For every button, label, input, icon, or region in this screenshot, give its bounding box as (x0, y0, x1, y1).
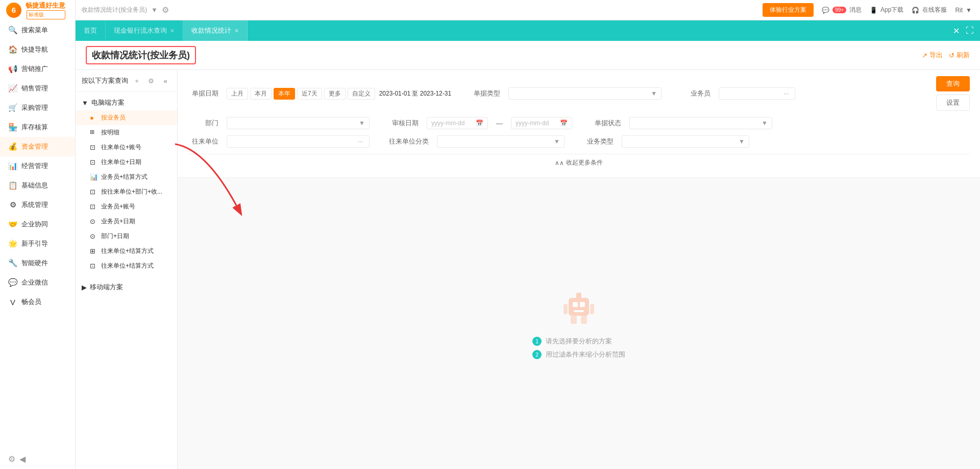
sidebar-item-quick-nav[interactable]: 🏠 快捷导航 (0, 40, 75, 59)
pc-group-arrow: ▼ (82, 99, 88, 107)
scheme-item-detail[interactable]: ⊞ 按明细 (76, 125, 177, 140)
sidebar-item-wechat[interactable]: 💬 企业微信 (0, 273, 75, 292)
date-btn-last-month[interactable]: 上月 (227, 88, 248, 100)
user-menu[interactable]: Rit ▼ (955, 7, 972, 14)
dept-label: 部门 (188, 119, 218, 128)
app-download-group[interactable]: 📱 App下载 (870, 6, 903, 14)
staff-account-icon: ⊡ (90, 203, 98, 211)
scheme-item-by-staff[interactable]: ● 按业务员 (76, 110, 177, 125)
tab-bank-flow[interactable]: 现金银行流水查询 ✕ (106, 20, 183, 41)
message-icon: 💬 (822, 7, 829, 14)
date-btn-7days[interactable]: 近7天 (297, 88, 322, 100)
sidebar-item-guide[interactable]: 🌟 新手引导 (0, 234, 75, 253)
sidebar-item-enterprise[interactable]: 🤝 企业协同 (0, 215, 75, 234)
scheme-item-dept-date[interactable]: ⊙ 部门+日期 (76, 229, 177, 244)
review-date-label: 审核日期 (388, 119, 419, 128)
sidebar-item-inventory[interactable]: 🏪 库存核算 (0, 118, 75, 137)
date-btn-this-month[interactable]: 本月 (250, 88, 272, 100)
doc-status-arrow: ▼ (762, 120, 768, 127)
page-title: 收款情况统计(按业务员) (92, 50, 190, 60)
tab-close-bank[interactable]: ✕ (170, 28, 175, 34)
scheme-item-partner-settle1[interactable]: ⊞ 往来单位+结算方式 (76, 244, 177, 259)
sidebar-item-search[interactable]: 🔍 搜索菜单 (0, 20, 75, 40)
scheme-item-partner-settle2[interactable]: ⊡ 往来单位+结算方式 (76, 259, 177, 273)
tab-home[interactable]: 首页 (76, 20, 106, 41)
svg-rect-0 (569, 298, 589, 316)
partner-settle2-icon: ⊡ (90, 262, 98, 270)
doc-type-arrow: ▼ (651, 90, 657, 97)
svg-rect-7 (571, 316, 577, 324)
online-service-group[interactable]: 🎧 在线客服 (912, 6, 947, 14)
query-button[interactable]: 查询 (936, 76, 970, 91)
app-logo: 6 (6, 3, 21, 18)
app-download-label: App下载 (880, 6, 903, 14)
collapse-filter-button[interactable]: ∧∧ 收起更多条件 (188, 154, 970, 171)
pc-scheme-group-title[interactable]: ▼ 电脑端方案 (76, 95, 177, 110)
biz-type-select[interactable]: ▼ (622, 135, 749, 148)
calendar-icon-to[interactable]: 📅 (560, 120, 568, 127)
gear-settings[interactable]: ⚙ (162, 5, 169, 15)
doc-type-select[interactable]: ▼ (508, 87, 662, 100)
breadcrumb-path: 收款情况统计(按业务员) (82, 6, 147, 14)
staff-label: 业务员 (680, 89, 710, 98)
sidebar-item-sales[interactable]: 📈 销售管理 (0, 79, 75, 98)
tab-bar: 首页 现金银行流水查询 ✕ 收款情况统计 ✕ ✕ ⛶ (76, 20, 980, 41)
date-btn-custom[interactable]: 自定义 (348, 88, 375, 100)
sidebar-item-operation[interactable]: 📊 经营管理 (0, 156, 75, 176)
partner-dots[interactable]: ··· (358, 138, 363, 145)
sidebar-item-smart-hardware[interactable]: 🔧 智能硬件 (0, 253, 75, 273)
scheme-panel: 按以下方案查询 + ⚙ « ▼ 电脑端方案 ● 按业务员 (76, 70, 178, 469)
sidebar-item-purchase[interactable]: 🛒 采购管理 (0, 98, 75, 118)
biz-type-arrow: ▼ (739, 138, 745, 145)
sidebar-item-basic-info[interactable]: 📋 基础信息 (0, 176, 75, 195)
refresh-button[interactable]: ↺ 刷新 (949, 51, 970, 60)
purchase-icon: 🛒 (8, 103, 17, 112)
breadcrumb-arrow[interactable]: ▼ (151, 6, 158, 14)
sales-icon: 📈 (8, 84, 17, 93)
review-date-from[interactable]: yyyy-mm-dd 📅 (427, 117, 488, 129)
partner-category-select[interactable]: ▼ (437, 135, 565, 148)
trial-button[interactable]: 体验行业方案 (763, 3, 814, 17)
tab-collection-stats[interactable]: 收款情况统计 ✕ (183, 20, 248, 41)
right-side: 首页 现金银行流水查询 ✕ 收款情况统计 ✕ ✕ ⛶ 收款情况统计(按业务员) (76, 20, 980, 469)
notification-badge: 99+ (832, 7, 846, 13)
review-date-to[interactable]: yyyy-mm-dd 📅 (511, 117, 572, 129)
sidebar-item-marketing[interactable]: 📢 营销推广 (0, 59, 75, 79)
collapse-sidebar-icon[interactable]: ◀ (19, 454, 26, 464)
wechat-icon: 💬 (8, 278, 17, 287)
scheme-settings-button[interactable]: ⚙ (145, 75, 157, 86)
user-arrow-icon: ▼ (966, 7, 972, 14)
sidebar-item-finance[interactable]: 💰 资金管理 (0, 137, 75, 156)
vip-icon: V (8, 297, 17, 307)
empty-tip-2: 2 用过滤条件来缩小分析范围 (532, 350, 625, 359)
date-btn-more[interactable]: 更多 (324, 88, 346, 100)
app-name: 畅捷通好生意 (26, 1, 65, 10)
add-scheme-button[interactable]: + (131, 75, 142, 86)
scheme-item-staff-account[interactable]: ⊡ 业务员+账号 (76, 199, 177, 214)
sidebar-item-vip[interactable]: V 畅会员 (0, 292, 75, 312)
collapse-panel-button[interactable]: « (160, 75, 171, 86)
sidebar-item-system[interactable]: ⚙ 系统管理 (0, 195, 75, 215)
staff-select[interactable]: ··· (719, 87, 795, 100)
filter-settings-button[interactable]: 设置 (936, 95, 970, 111)
partner-select[interactable]: ··· (227, 135, 370, 148)
date-btn-this-year[interactable]: 本年 (274, 88, 295, 100)
doc-status-select[interactable]: ▼ (629, 117, 772, 129)
scheme-item-partner-dept[interactable]: ⊡ 按往来单位+部门+收... (76, 184, 177, 199)
biz-type-label: 业务类型 (583, 137, 614, 146)
scheme-item-staff-date[interactable]: ⊙ 业务员+日期 (76, 214, 177, 229)
export-button[interactable]: ↗ 导出 (922, 51, 943, 60)
dept-select[interactable]: ▼ (227, 117, 370, 129)
scheme-item-partner-date[interactable]: ⊡ 往来单位+日期 (76, 155, 177, 170)
staff-dots[interactable]: ··· (783, 90, 789, 97)
notification-group[interactable]: 💬 99+ 消息 (822, 6, 862, 14)
settings-bottom-icon[interactable]: ⚙ (8, 454, 15, 464)
calendar-icon-from[interactable]: 📅 (476, 120, 483, 127)
scheme-item-staff-settle[interactable]: 📊 业务员+结算方式 (76, 170, 177, 184)
tab-fullscreen-icon[interactable]: ⛶ (966, 26, 974, 35)
staff-settle-icon: 📊 (90, 173, 98, 181)
mobile-scheme-group-title[interactable]: ▶ 移动端方案 (76, 279, 177, 295)
tab-close-all-icon[interactable]: ✕ (953, 26, 960, 36)
scheme-item-partner-account[interactable]: ⊡ 往来单位+账号 (76, 140, 177, 155)
tab-close-collection[interactable]: ✕ (234, 28, 239, 34)
